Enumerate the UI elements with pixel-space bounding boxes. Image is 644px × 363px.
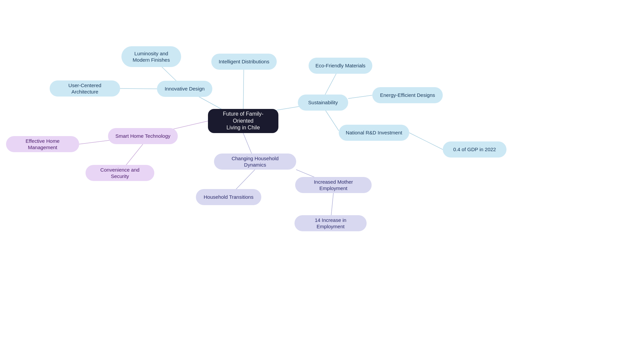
innovative-design-node: Innovative Design — [157, 81, 212, 97]
intelligent-label: Intelligent Distributions — [219, 58, 269, 65]
innovative-design-label: Innovative Design — [165, 85, 205, 92]
user-centered-label: User-Centered Architecture — [56, 82, 113, 95]
energy-efficient-node: Energy-Efficient Designs — [372, 87, 443, 103]
eco-friendly-node: Eco-Friendly Materials — [309, 58, 372, 74]
energy-efficient-label: Energy-Efficient Designs — [380, 92, 435, 99]
center-label: Future of Family-Oriented Living in Chil… — [217, 111, 269, 131]
changing-household-node: Changing Household Dynamics — [214, 154, 296, 170]
increased-mother-label: Increased Mother Employment — [302, 179, 365, 192]
household-transitions-label: Household Transitions — [204, 194, 253, 200]
effective-home-label: Effective Home Management — [13, 138, 72, 151]
changing-household-label: Changing Household Dynamics — [221, 155, 289, 168]
household-transitions-node: Household Transitions — [196, 189, 261, 205]
svg-line-10 — [409, 133, 443, 149]
user-centered-node: User-Centered Architecture — [50, 80, 120, 97]
convenience-node: Convenience and Security — [86, 165, 154, 181]
national-rd-label: National R&D Investment — [346, 129, 402, 136]
luminosity-label: Luminosity and Modern Finishes — [128, 50, 174, 63]
increased-mother-node: Increased Mother Employment — [295, 177, 372, 193]
eco-friendly-label: Eco-Friendly Materials — [315, 62, 365, 69]
gdp-label: 0.4 of GDP in 2022 — [453, 146, 496, 153]
center-node: Future of Family-Oriented Living in Chil… — [208, 109, 278, 133]
intelligent-distributions-node: Intelligent Distributions — [211, 54, 277, 70]
luminosity-node: Luminosity and Modern Finishes — [121, 46, 181, 67]
sustainability-node: Sustainability — [298, 95, 348, 111]
convenience-label: Convenience and Security — [92, 167, 148, 180]
increase-employment-node: 14 Increase in Employment — [294, 215, 367, 231]
svg-line-6 — [120, 88, 157, 89]
svg-line-8 — [348, 95, 372, 99]
increase-employment-label: 14 Increase in Employment — [301, 217, 360, 230]
national-rd-node: National R&D Investment — [339, 125, 409, 141]
smart-home-label: Smart Home Technology — [115, 133, 170, 139]
smart-home-node: Smart Home Technology — [108, 128, 178, 144]
sustainability-label: Sustainability — [308, 99, 338, 106]
gdp-node: 0.4 of GDP in 2022 — [443, 141, 506, 158]
svg-line-1 — [243, 62, 244, 116]
effective-home-node: Effective Home Management — [6, 136, 79, 152]
